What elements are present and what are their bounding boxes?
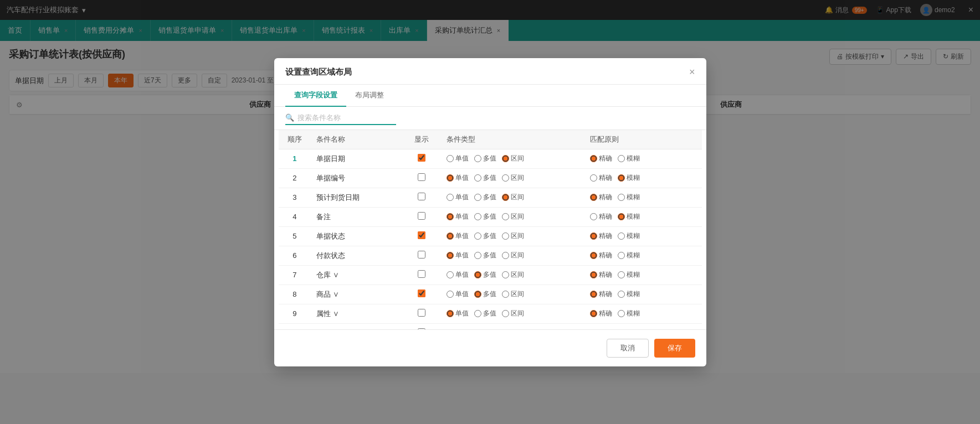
modal-tab-query-fields[interactable]: 查询字段设置 xyxy=(285,85,346,107)
match-option-1[interactable]: 模糊 xyxy=(618,154,640,163)
cond-type-radio-多值[interactable] xyxy=(474,155,481,162)
modal-tab-layout[interactable]: 布局调整 xyxy=(346,85,393,107)
match-option-0[interactable]: 精确 xyxy=(590,251,612,260)
match-radio-模糊[interactable] xyxy=(618,252,625,259)
cond-type-radio-多值[interactable] xyxy=(474,232,481,240)
cond-type-option-0[interactable]: 单值 xyxy=(447,270,469,280)
cond-type-radio-单值[interactable] xyxy=(447,271,454,278)
cond-type-radio-多值[interactable] xyxy=(474,213,481,220)
cond-type-option-2[interactable]: 区间 xyxy=(502,173,524,183)
cond-type-radio-区间[interactable] xyxy=(502,213,509,220)
modal-close-button[interactable]: × xyxy=(689,67,695,77)
search-input[interactable] xyxy=(297,113,386,122)
cond-type-radio-区间[interactable] xyxy=(502,232,509,240)
cond-type-radio-多值[interactable] xyxy=(474,194,481,201)
cond-type-option-0[interactable]: 单值 xyxy=(447,193,469,202)
cond-type-radio-单值[interactable] xyxy=(447,310,454,317)
match-radio-精确[interactable] xyxy=(590,213,597,220)
match-radio-精确[interactable] xyxy=(590,271,597,278)
cond-type-option-0[interactable]: 单值 xyxy=(447,212,469,221)
cond-type-option-2[interactable]: 区间 xyxy=(502,231,524,241)
match-option-0[interactable]: 精确 xyxy=(590,289,612,299)
display-checkbox[interactable] xyxy=(418,212,425,220)
display-checkbox[interactable] xyxy=(418,251,425,258)
cond-type-option-2[interactable]: 区间 xyxy=(502,289,524,299)
cond-type-radio-区间[interactable] xyxy=(502,155,509,162)
cond-type-option-2[interactable]: 区间 xyxy=(502,154,524,163)
match-radio-精确[interactable] xyxy=(590,232,597,240)
match-option-1[interactable]: 模糊 xyxy=(618,193,640,202)
cond-type-option-1[interactable]: 多值 xyxy=(474,231,496,241)
cond-type-radio-区间[interactable] xyxy=(502,252,509,259)
match-option-1[interactable]: 模糊 xyxy=(618,231,640,241)
cond-type-option-2[interactable]: 区间 xyxy=(502,212,524,221)
cond-type-option-2[interactable]: 区间 xyxy=(502,193,524,202)
cond-type-radio-单值[interactable] xyxy=(447,194,454,201)
cond-type-radio-多值[interactable] xyxy=(474,174,481,182)
match-radio-模糊[interactable] xyxy=(618,291,625,298)
match-option-1[interactable]: 模糊 xyxy=(618,309,640,318)
cond-type-option-0[interactable]: 单值 xyxy=(447,231,469,241)
cond-type-radio-多值[interactable] xyxy=(474,271,481,278)
cond-type-option-0[interactable]: 单值 xyxy=(447,173,469,183)
save-button[interactable]: 保存 xyxy=(654,339,695,358)
cond-type-radio-多值[interactable] xyxy=(474,310,481,317)
display-checkbox[interactable] xyxy=(418,193,425,200)
cond-type-radio-区间[interactable] xyxy=(502,174,509,182)
display-checkbox[interactable] xyxy=(418,231,425,239)
cond-type-radio-单值[interactable] xyxy=(447,232,454,240)
display-checkbox[interactable] xyxy=(418,270,425,278)
match-option-0[interactable]: 精确 xyxy=(590,270,612,280)
cond-type-option-0[interactable]: 单值 xyxy=(447,154,469,163)
cancel-button[interactable]: 取消 xyxy=(607,339,649,358)
match-option-1[interactable]: 模糊 xyxy=(618,173,640,183)
match-radio-模糊[interactable] xyxy=(618,213,625,220)
display-checkbox[interactable] xyxy=(418,289,425,297)
display-checkbox[interactable] xyxy=(418,309,425,317)
cond-type-option-1[interactable]: 多值 xyxy=(474,193,496,202)
cond-type-option-2[interactable]: 区间 xyxy=(502,251,524,260)
match-option-1[interactable]: 模糊 xyxy=(618,289,640,299)
match-option-0[interactable]: 精确 xyxy=(590,193,612,202)
cond-type-option-1[interactable]: 多值 xyxy=(474,251,496,260)
cond-type-radio-单值[interactable] xyxy=(447,213,454,220)
match-option-0[interactable]: 精确 xyxy=(590,231,612,241)
match-option-0[interactable]: 精确 xyxy=(590,173,612,183)
cond-type-radio-单值[interactable] xyxy=(447,291,454,298)
display-checkbox[interactable] xyxy=(418,154,425,162)
cond-type-option-0[interactable]: 单值 xyxy=(447,289,469,299)
cond-type-option-2[interactable]: 区间 xyxy=(502,270,524,280)
match-option-0[interactable]: 精确 xyxy=(590,309,612,318)
cond-type-option-2[interactable]: 区间 xyxy=(502,309,524,318)
match-option-1[interactable]: 模糊 xyxy=(618,212,640,221)
match-radio-模糊[interactable] xyxy=(618,155,625,162)
cond-type-option-1[interactable]: 多值 xyxy=(474,309,496,318)
display-checkbox[interactable] xyxy=(418,173,425,181)
match-radio-精确[interactable] xyxy=(590,310,597,317)
cond-type-option-1[interactable]: 多值 xyxy=(474,212,496,221)
cond-type-radio-区间[interactable] xyxy=(502,291,509,298)
match-option-0[interactable]: 精确 xyxy=(590,154,612,163)
match-radio-模糊[interactable] xyxy=(618,310,625,317)
cond-type-radio-多值[interactable] xyxy=(474,252,481,259)
match-radio-精确[interactable] xyxy=(590,291,597,298)
cond-type-radio-单值[interactable] xyxy=(447,155,454,162)
match-radio-模糊[interactable] xyxy=(618,271,625,278)
cond-type-radio-区间[interactable] xyxy=(502,271,509,278)
match-radio-模糊[interactable] xyxy=(618,232,625,240)
cond-type-option-1[interactable]: 多值 xyxy=(474,289,496,299)
cond-type-radio-区间[interactable] xyxy=(502,194,509,201)
cond-type-option-0[interactable]: 单值 xyxy=(447,309,469,318)
cond-type-radio-单值[interactable] xyxy=(447,252,454,259)
cond-type-option-1[interactable]: 多值 xyxy=(474,270,496,280)
cond-type-radio-多值[interactable] xyxy=(474,291,481,298)
match-radio-精确[interactable] xyxy=(590,174,597,182)
match-radio-模糊[interactable] xyxy=(618,174,625,182)
cond-type-option-1[interactable]: 多值 xyxy=(474,173,496,183)
cond-type-radio-区间[interactable] xyxy=(502,310,509,317)
cond-type-option-0[interactable]: 单值 xyxy=(447,251,469,260)
match-radio-精确[interactable] xyxy=(590,155,597,162)
match-radio-精确[interactable] xyxy=(590,194,597,201)
match-option-0[interactable]: 精确 xyxy=(590,212,612,221)
match-option-1[interactable]: 模糊 xyxy=(618,251,640,260)
